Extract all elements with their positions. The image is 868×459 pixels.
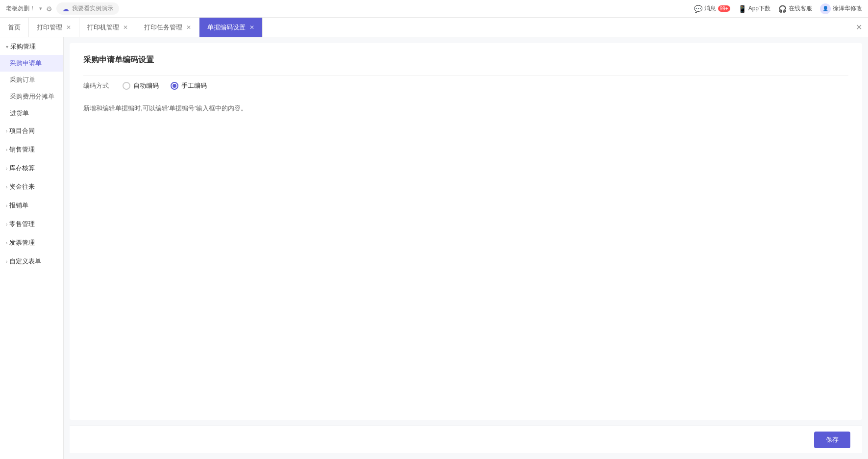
sidebar-group-capital-label: 资金往来 bbox=[9, 182, 35, 191]
returns-arrow-icon: › bbox=[6, 203, 7, 208]
sidebar-group-returns-label: 报销单 bbox=[9, 201, 28, 210]
tab-printer-manage-close[interactable]: ✕ bbox=[123, 24, 128, 31]
tab-barcode-setting-close[interactable]: ✕ bbox=[249, 24, 254, 31]
close-all-button[interactable]: ✕ bbox=[850, 23, 868, 32]
page-footer: 保存 bbox=[70, 426, 862, 453]
custom-form-arrow-icon: › bbox=[6, 259, 7, 264]
main-layout: ▾ 采购管理 采购申请单 采购订单 采购费用分摊单 进货单 › 项目合同 › 销… bbox=[0, 37, 868, 459]
sales-arrow-icon: › bbox=[6, 147, 7, 153]
encoding-method-row: 编码方式 自动编码 手工编码 bbox=[83, 75, 848, 96]
sidebar-item-purchase-expense-label: 采购费用分摊单 bbox=[10, 93, 54, 100]
user-name: 徐泽华修改 bbox=[833, 4, 862, 13]
radio-auto[interactable]: 自动编码 bbox=[123, 81, 159, 90]
app-icon: 📱 bbox=[738, 5, 746, 13]
sidebar-group-custom-form-label: 自定义表单 bbox=[9, 257, 41, 266]
sidebar-group-sales-label: 销售管理 bbox=[9, 145, 35, 154]
sidebar-item-purchase-request[interactable]: 采购申请单 bbox=[0, 55, 63, 72]
tab-print-manage-label: 打印管理 bbox=[37, 23, 62, 32]
inventory-arrow-icon: › bbox=[6, 166, 7, 171]
brand-text[interactable]: 老板勿删！ bbox=[6, 4, 35, 13]
tab-printer-manage-label: 打印机管理 bbox=[87, 23, 119, 32]
user-avatar: 👤 bbox=[820, 3, 831, 14]
message-badge: 99+ bbox=[718, 5, 730, 12]
sidebar-item-purchase-order-label: 采购订单 bbox=[10, 76, 35, 83]
online-service-button[interactable]: 🎧 在线客服 bbox=[778, 4, 812, 13]
sidebar-group-invoice-label: 发票管理 bbox=[9, 238, 35, 247]
sidebar-item-purchase-request-label: 采购申请单 bbox=[10, 59, 42, 67]
tab-barcode-setting[interactable]: 单据编码设置 ✕ bbox=[199, 18, 263, 37]
sidebar-group-purchase-label: 采购管理 bbox=[10, 42, 36, 51]
sidebar-group-inventory-label: 库存核算 bbox=[9, 164, 35, 173]
message-button[interactable]: 💬 消息 99+ bbox=[694, 4, 730, 13]
capital-arrow-icon: › bbox=[6, 184, 7, 190]
section-label: 编码方式 bbox=[83, 81, 123, 90]
tab-print-task-label: 打印任务管理 bbox=[144, 23, 182, 32]
info-text: 新增和编辑单据编时,可以编辑'单据编号'输入框中的内容。 bbox=[83, 104, 848, 113]
message-icon: 💬 bbox=[694, 5, 702, 13]
tab-home-label: 首页 bbox=[8, 23, 21, 32]
radio-manual[interactable]: 手工编码 bbox=[171, 81, 207, 90]
search-bar[interactable]: ☁ 我要看实例演示 bbox=[56, 2, 119, 15]
tabs-bar: 首页 打印管理 ✕ 打印机管理 ✕ 打印任务管理 ✕ 单据编码设置 ✕ ✕ bbox=[0, 18, 868, 37]
save-button[interactable]: 保存 bbox=[814, 432, 850, 448]
top-bar-left: 老板勿删！ ▾ ⚙ ☁ 我要看实例演示 bbox=[6, 2, 119, 15]
tab-home[interactable]: 首页 bbox=[0, 18, 29, 37]
app-download-label: App下数 bbox=[748, 4, 770, 13]
tab-printer-manage[interactable]: 打印机管理 ✕ bbox=[79, 18, 136, 37]
sidebar-group-purchase-title[interactable]: ▾ 采购管理 bbox=[0, 37, 63, 55]
dropdown-icon[interactable]: ▾ bbox=[39, 5, 42, 12]
radio-group: 自动编码 手工编码 bbox=[123, 81, 207, 90]
radio-manual-label: 手工编码 bbox=[181, 81, 207, 90]
page-content: 采购申请单编码设置 编码方式 自动编码 手工编码 新增和编辑单据编时,可以编辑'… bbox=[70, 43, 862, 420]
tab-print-task[interactable]: 打印任务管理 ✕ bbox=[136, 18, 199, 37]
app-download-button[interactable]: 📱 App下数 bbox=[738, 4, 770, 13]
retail-arrow-icon: › bbox=[6, 222, 7, 227]
user-profile-button[interactable]: 👤 徐泽华修改 bbox=[820, 3, 862, 14]
sidebar-group-retail[interactable]: › 零售管理 bbox=[0, 215, 63, 233]
headset-icon: 🎧 bbox=[778, 5, 787, 13]
settings-icon[interactable]: ⚙ bbox=[46, 5, 52, 13]
sidebar-group-returns[interactable]: › 报销单 bbox=[0, 196, 63, 215]
sidebar-group-custom-form[interactable]: › 自定义表单 bbox=[0, 252, 63, 271]
sidebar-group-project-label: 项目合同 bbox=[9, 127, 35, 135]
top-bar: 老板勿删！ ▾ ⚙ ☁ 我要看实例演示 💬 消息 99+ 📱 App下数 🎧 在… bbox=[0, 0, 868, 18]
sidebar-item-stock-in[interactable]: 进货单 bbox=[0, 105, 63, 122]
tab-print-manage-close[interactable]: ✕ bbox=[66, 24, 71, 31]
online-service-label: 在线客服 bbox=[789, 4, 812, 13]
sidebar-item-stock-in-label: 进货单 bbox=[10, 109, 29, 117]
sidebar-group-purchase: ▾ 采购管理 采购申请单 采购订单 采购费用分摊单 进货单 bbox=[0, 37, 63, 122]
sidebar-group-capital[interactable]: › 资金往来 bbox=[0, 178, 63, 196]
sidebar-group-inventory[interactable]: › 库存核算 bbox=[0, 159, 63, 178]
message-label: 消息 bbox=[704, 4, 716, 13]
tab-barcode-setting-label: 单据编码设置 bbox=[207, 23, 246, 32]
tab-print-task-close[interactable]: ✕ bbox=[186, 24, 191, 31]
radio-auto-label: 自动编码 bbox=[133, 81, 159, 90]
sidebar-group-sales[interactable]: › 销售管理 bbox=[0, 140, 63, 159]
radio-manual-circle bbox=[171, 82, 178, 90]
sidebar-item-purchase-expense[interactable]: 采购费用分摊单 bbox=[0, 88, 63, 105]
cloud-icon: ☁ bbox=[62, 5, 69, 13]
tab-print-manage[interactable]: 打印管理 ✕ bbox=[29, 18, 79, 37]
radio-auto-circle bbox=[123, 82, 130, 90]
page-title: 采购申请单编码设置 bbox=[83, 55, 848, 65]
project-arrow-icon: › bbox=[6, 128, 7, 134]
top-bar-right: 💬 消息 99+ 📱 App下数 🎧 在线客服 👤 徐泽华修改 bbox=[694, 3, 862, 14]
sidebar-group-project[interactable]: › 项目合同 bbox=[0, 122, 63, 140]
sidebar-item-purchase-order[interactable]: 采购订单 bbox=[0, 72, 63, 88]
sidebar-group-retail-label: 零售管理 bbox=[9, 220, 35, 229]
invoice-arrow-icon: › bbox=[6, 240, 7, 246]
sidebar: ▾ 采购管理 采购申请单 采购订单 采购费用分摊单 进货单 › 项目合同 › 销… bbox=[0, 37, 64, 459]
purchase-arrow-icon: ▾ bbox=[6, 44, 8, 50]
search-text: 我要看实例演示 bbox=[72, 4, 113, 13]
content-area: 采购申请单编码设置 编码方式 自动编码 手工编码 新增和编辑单据编时,可以编辑'… bbox=[64, 37, 868, 459]
sidebar-group-invoice[interactable]: › 发票管理 bbox=[0, 233, 63, 252]
